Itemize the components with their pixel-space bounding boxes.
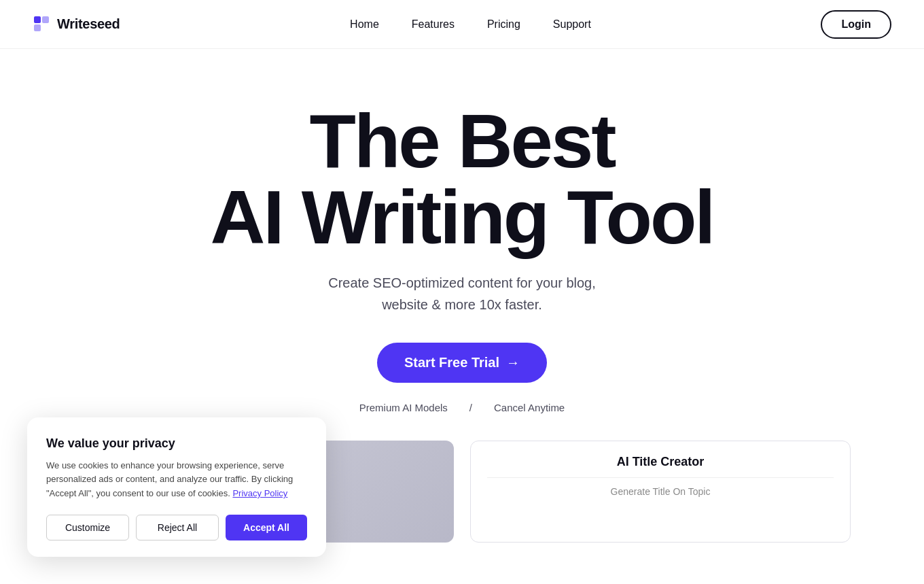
trust-badge-cancel: Cancel Anytime	[494, 402, 565, 413]
svg-rect-2	[34, 24, 41, 31]
reject-all-button[interactable]: Reject All	[136, 515, 219, 540]
cookie-banner: We value your privacy We use cookies to …	[27, 417, 326, 557]
accept-all-button[interactable]: Accept All	[226, 515, 307, 540]
logo-text: Writeseed	[57, 16, 120, 32]
badge-separator: /	[469, 402, 472, 413]
logo[interactable]: Writeseed	[33, 15, 120, 34]
preview-subtitle: Generate Title On Topic	[487, 486, 834, 497]
start-free-trial-button[interactable]: Start Free Trial →	[377, 343, 547, 383]
preview-divider	[487, 477, 834, 478]
preview-title: AI Title Creator	[487, 455, 834, 469]
cookie-buttons: Customize Reject All Accept All	[46, 515, 307, 540]
hero-title: The Best AI Writing Tool	[211, 103, 714, 256]
cookie-title: We value your privacy	[46, 436, 307, 451]
hero-title-line2: AI Writing Tool	[211, 179, 714, 256]
customize-button[interactable]: Customize	[46, 515, 129, 540]
privacy-policy-link[interactable]: Privacy Policy	[232, 488, 287, 498]
nav-item-home[interactable]: Home	[350, 18, 379, 31]
navbar: Writeseed Home Features Pricing Support …	[0, 0, 924, 49]
trust-badges: Premium AI Models / Cancel Anytime	[359, 402, 565, 413]
login-button[interactable]: Login	[821, 10, 891, 39]
nav-links: Home Features Pricing Support	[350, 18, 591, 31]
nav-item-pricing[interactable]: Pricing	[487, 18, 520, 31]
logo-icon	[33, 15, 52, 34]
svg-rect-0	[34, 16, 41, 23]
trust-badge-ai-models: Premium AI Models	[359, 402, 448, 413]
cookie-body: We use cookies to enhance your browsing …	[46, 459, 307, 501]
hero-title-line1: The Best	[211, 103, 714, 179]
hero-subtitle: Create SEO-optimized content for your bl…	[328, 272, 596, 315]
arrow-icon: →	[506, 355, 520, 371]
svg-rect-1	[42, 16, 49, 23]
preview-card-right: AI Title Creator Generate Title On Topic	[470, 441, 851, 543]
nav-item-features[interactable]: Features	[412, 18, 455, 31]
nav-item-support[interactable]: Support	[553, 18, 591, 31]
